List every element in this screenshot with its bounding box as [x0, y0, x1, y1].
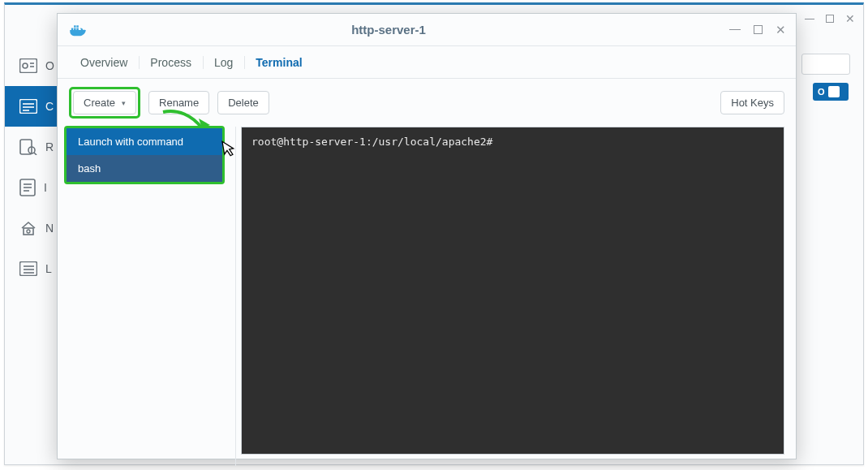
create-dropdown: Launch with command bash [64, 126, 225, 184]
tab-overview[interactable]: Overview [69, 46, 139, 79]
delete-button[interactable]: Delete [217, 91, 269, 114]
sidebar-item-registry[interactable]: R [5, 127, 57, 167]
dropdown-item-bash[interactable]: bash [67, 155, 222, 182]
sidebar-item-label: L [45, 262, 52, 275]
maximize-icon[interactable] [754, 25, 763, 34]
button-label: Rename [159, 97, 199, 109]
svg-rect-17 [20, 262, 37, 276]
close-icon[interactable] [845, 12, 855, 25]
maximize-icon[interactable] [826, 15, 834, 23]
terminal-session-list: Launch with command bash [58, 127, 236, 466]
container-detail-window: http-server-1 Overview Process Log Termi… [57, 13, 797, 459]
sidebar-item-label: I [44, 181, 47, 194]
minimize-icon[interactable] [729, 29, 741, 30]
toggle-knob-icon [828, 86, 840, 97]
dropdown-item-launch-with-command[interactable]: Launch with command [67, 128, 222, 155]
tab-log[interactable]: Log [203, 46, 244, 79]
sidebar-item-overview[interactable]: O [5, 45, 57, 86]
toolbar: Create ▾ Rename Delete Hot Keys [58, 79, 796, 127]
rename-button[interactable]: Rename [148, 91, 209, 114]
svg-point-16 [27, 230, 30, 233]
svg-point-1 [23, 63, 28, 68]
button-label: Delete [228, 97, 259, 109]
dropdown-item-label: Launch with command [78, 136, 183, 148]
sidebar-item-label: R [45, 140, 54, 153]
tab-label: Overview [80, 56, 127, 69]
svg-rect-15 [24, 228, 33, 235]
background-search-input[interactable] [801, 54, 850, 75]
svg-rect-4 [20, 100, 37, 114]
tab-terminal[interactable]: Terminal [244, 46, 313, 79]
minimize-icon[interactable] [805, 19, 814, 19]
sidebar-item-container[interactable]: C [5, 86, 57, 127]
button-label: Create [84, 97, 115, 109]
tab-process[interactable]: Process [139, 46, 203, 79]
sidebar-item-label: O [45, 59, 54, 72]
background-toggle[interactable]: O [813, 83, 849, 101]
toggle-label: O [818, 87, 825, 97]
annotation-highlight-create: Create ▾ [69, 87, 140, 119]
sidebar-item-label: C [45, 100, 54, 113]
close-icon[interactable] [776, 23, 786, 37]
sidebar-item-log[interactable]: L [5, 248, 57, 289]
tab-label: Terminal [256, 56, 302, 69]
svg-line-10 [34, 153, 37, 155]
button-label: Hot Keys [731, 97, 774, 109]
background-sidebar: O C R I N L [5, 39, 57, 461]
list-panel-icon [19, 99, 37, 114]
page-lines-icon [19, 179, 36, 196]
create-button[interactable]: Create ▾ [73, 91, 136, 114]
sidebar-item-label: N [45, 222, 54, 235]
home-net-icon [19, 220, 37, 236]
list-icon [19, 261, 37, 276]
dropdown-item-label: bash [78, 162, 101, 175]
terminal-prompt: root@http-server-1:/usr/local/apache2# [251, 136, 492, 148]
tab-label: Log [214, 56, 233, 69]
tab-label: Process [150, 56, 191, 69]
chevron-down-icon: ▾ [122, 99, 126, 107]
terminal-output[interactable]: root@http-server-1:/usr/local/apache2# [241, 127, 784, 455]
hot-keys-button[interactable]: Hot Keys [720, 91, 784, 114]
profile-card-icon [19, 58, 37, 73]
sidebar-item-image[interactable]: I [5, 167, 57, 208]
tab-bar: Overview Process Log Terminal [58, 46, 796, 79]
titlebar: http-server-1 [58, 14, 796, 46]
search-page-icon [19, 139, 37, 155]
window-title: http-server-1 [48, 23, 729, 37]
sidebar-item-network[interactable]: N [5, 208, 57, 248]
cursor-pointer-icon [220, 139, 238, 163]
